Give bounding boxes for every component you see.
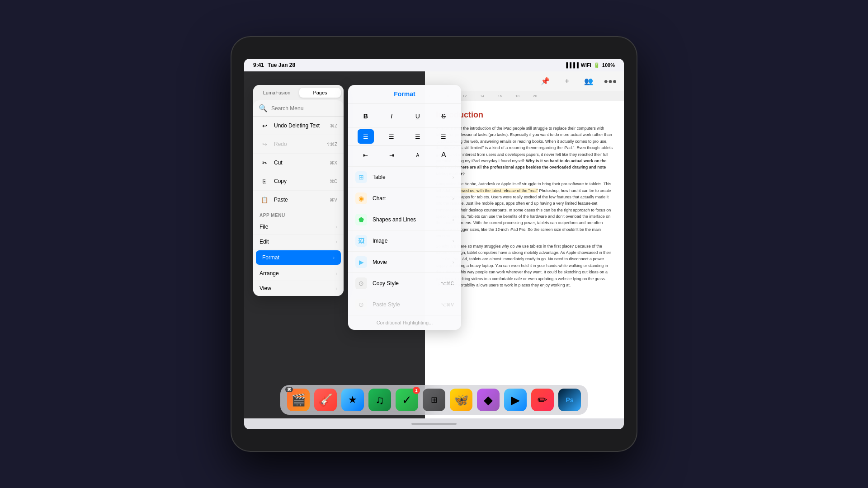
status-time: 9:41 [253, 62, 264, 68]
wifi-icon: WiFi [581, 62, 591, 68]
italic-button[interactable]: I [383, 109, 400, 123]
conditional-highlight[interactable]: Conditional Highlighting... [348, 315, 461, 330]
pin-icon[interactable]: 📌 [539, 75, 552, 88]
menu-item-format[interactable]: Format › [256, 250, 341, 265]
status-bar: 9:41 Tue Jan 28 ▐▐▐▐ WiFi 🔋 100% [244, 59, 624, 71]
format-paste-style-item[interactable]: ⊙ Paste Style ⌥⌘V [348, 294, 461, 315]
bold-button[interactable]: B [358, 109, 374, 123]
search-input[interactable] [271, 105, 339, 112]
dock-instruments[interactable]: ⊞ [423, 389, 445, 411]
bottom-bar [244, 418, 624, 429]
ipad-frame: 9:41 Tue Jan 28 ▐▐▐▐ WiFi 🔋 100% 📌 ＋ 👥 [231, 36, 637, 452]
garageband-icon-char: 🎸 [318, 393, 333, 407]
movie-icon: ▶ [355, 256, 367, 268]
collab-icon[interactable]: 👥 [582, 75, 595, 88]
shapes-arrow: › [453, 217, 454, 222]
menu-item-copy[interactable]: ⎘ Copy ⌘C [253, 172, 344, 191]
format-copy-style-item[interactable]: ⊙ Copy Style ⌥⌘C [348, 272, 461, 294]
status-date: Tue Jan 28 [268, 62, 295, 68]
format-arrow: › [333, 255, 335, 260]
format-chart-item[interactable]: ◉ Chart › [348, 188, 461, 209]
menu-item-edit[interactable]: Edit › [253, 235, 344, 249]
chart-arrow: › [453, 196, 454, 201]
dock-lumafusion[interactable]: 🎬 ⌘ [287, 389, 310, 411]
menu-item-paste[interactable]: 📋 Paste ⌘V [253, 191, 344, 209]
photoshop-icon-char: Ps [566, 396, 573, 404]
dock-papillon[interactable]: 🦋 [450, 389, 472, 411]
dock-tasks[interactable]: ✓ 1 [396, 389, 418, 411]
redo-label: Redo [274, 141, 322, 147]
doc-title: Introduction [436, 110, 613, 120]
copy-icon: ⎘ [259, 176, 269, 186]
dock-spotify[interactable]: ♫ [368, 389, 391, 411]
chart-icon: ◉ [355, 192, 367, 204]
menu-item-undo[interactable]: ↩ Undo Deleting Text ⌘Z [253, 117, 344, 135]
copy-style-shortcut: ⌥⌘C [441, 281, 454, 286]
dock-shapes[interactable]: ◆ [477, 389, 500, 411]
shapes-icon: ⬟ [355, 214, 367, 225]
format-table-item[interactable]: ⊞ Table › [348, 166, 461, 188]
app-switcher-tabs: LumaFusion Pages [253, 85, 344, 100]
home-indicator [411, 423, 457, 425]
copy-style-label: Copy Style [373, 280, 399, 286]
dock-garageband[interactable]: 🎸 [314, 389, 337, 411]
instruments-icon-char: ⊞ [431, 395, 438, 405]
image-icon: 🖼 [355, 235, 367, 247]
dock-pencil[interactable]: ✏ [531, 389, 554, 411]
format-align-row: ☰ ☰ ☰ ☰ [348, 127, 461, 146]
paste-shortcut: ⌘V [330, 197, 337, 202]
doc-body: A decade after the introduction of the i… [436, 125, 613, 288]
edit-arrow: › [336, 239, 337, 244]
dock: 🎬 ⌘ 🎸 ★ ♫ ✓ 1 [280, 385, 588, 415]
arrange-arrow: › [336, 271, 337, 276]
format-image-item[interactable]: 🖼 Image › [348, 230, 461, 251]
app-switcher-panel[interactable]: LumaFusion Pages 🔍 ↩ Undo Deleting Text [253, 85, 344, 296]
more-icon[interactable]: ●●● [604, 75, 617, 88]
undo-shortcut: ⌘Z [330, 123, 337, 128]
font-small-button[interactable]: A [410, 148, 426, 162]
spotify-icon-char: ♫ [375, 393, 384, 407]
dock-topnotch[interactable]: ★ [341, 389, 364, 411]
tab-lumafusion[interactable]: LumaFusion [256, 88, 297, 98]
format-panel[interactable]: Format B I U S ☰ ☰ ☰ ☰ [348, 85, 461, 330]
menu-item-arrange[interactable]: Arrange › [253, 266, 344, 281]
font-large-button[interactable]: A [435, 148, 452, 162]
cut-icon: ✂ [259, 158, 269, 168]
menu-item-redo[interactable]: ↪ Redo ⇧⌘Z [253, 135, 344, 154]
strikethrough-button[interactable]: S [435, 109, 452, 123]
align-center-button[interactable]: ☰ [383, 129, 400, 144]
menu-item-file[interactable]: File › [253, 220, 344, 235]
align-right-button[interactable]: ☰ [410, 129, 426, 144]
tasks-badge: 1 [413, 387, 420, 394]
dock-keynote[interactable]: ▶ [504, 389, 527, 411]
format-panel-title: Format [348, 85, 461, 103]
cut-shortcut: ⌘X [330, 160, 337, 165]
format-text-style-row: B I U S [348, 103, 461, 127]
cut-label: Cut [274, 160, 325, 166]
image-label: Image [373, 238, 387, 244]
keynote-icon-char: ▶ [511, 393, 520, 407]
tab-pages[interactable]: Pages [299, 88, 341, 98]
underline-button[interactable]: U [410, 109, 426, 123]
format-shapes-item[interactable]: ⬟ Shapes and Lines › [348, 209, 461, 230]
main-area: 📌 ＋ 👥 ●●● 8 10 12 14 16 18 20 Introducti… [244, 71, 624, 418]
align-left-button[interactable]: ☰ [358, 129, 374, 144]
signal-icon: ▐▐▐▐ [565, 62, 579, 68]
menu-item-cut[interactable]: ✂ Cut ⌘X [253, 154, 344, 172]
context-menu: 🔍 ↩ Undo Deleting Text ⌘Z ↪ Redo [253, 100, 344, 296]
align-justify-button[interactable]: ☰ [435, 129, 452, 144]
format-movie-item[interactable]: ▶ Movie › [348, 251, 461, 272]
table-arrow: › [453, 175, 454, 180]
file-arrow: › [336, 225, 337, 230]
indent-increase-button[interactable]: ⇥ [383, 148, 400, 162]
indent-decrease-button[interactable]: ⇤ [358, 148, 374, 162]
file-label: File [259, 224, 331, 230]
dock-photoshop[interactable]: Ps [558, 389, 581, 411]
menu-item-view[interactable]: View › [253, 281, 344, 296]
papillon-icon-char: 🦋 [454, 393, 468, 407]
pencil-icon-char: ✏ [538, 393, 547, 407]
search-row: 🔍 [253, 100, 344, 117]
shapes-dock-icon-char: ◆ [484, 393, 493, 407]
view-label: View [259, 285, 331, 291]
add-icon[interactable]: ＋ [561, 75, 573, 88]
